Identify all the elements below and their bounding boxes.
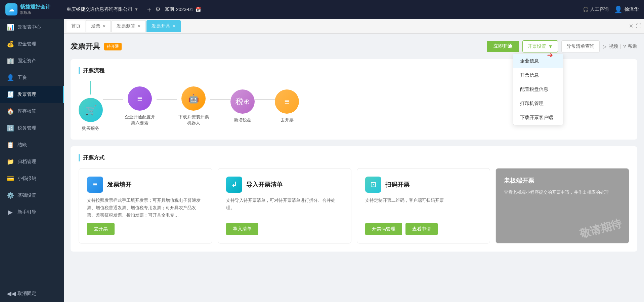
new-guide-icon: ▶	[7, 209, 14, 216]
method-card-manual-fill: ≡ 发票填开 支持按照发票样式手工填开发票；可开具增值税电子普通发票、增值税普通…	[79, 168, 212, 243]
tab-home-label: 首页	[71, 23, 81, 29]
sidebar-item-fund-mgmt[interactable]: 💰 资金管理	[0, 36, 64, 52]
connector-2	[157, 99, 177, 100]
user-name: 徐泽华	[625, 6, 639, 12]
company-selector[interactable]: 重庆畅捷交通信息咨询有限公司 ▼	[63, 4, 142, 14]
sidebar-item-archive[interactable]: 📁 归档管理	[0, 153, 64, 170]
download-robot-icon: 🤖	[181, 86, 206, 111]
tax-icon: 🔢	[7, 124, 14, 132]
connector-3	[210, 99, 230, 100]
period-text: 账期	[165, 6, 174, 12]
tab-bar: 首页 发票 ✕ 发票测算 ✕ 发票开具 ✕ ✕ ⛶	[64, 19, 644, 34]
period-value: 2023-01	[176, 7, 193, 12]
app-name: 畅捷通好会计	[20, 4, 50, 10]
sidebar-item-accounting[interactable]: 📋 结账	[0, 137, 64, 153]
fixed-assets-icon: 🏢	[7, 57, 14, 65]
settings-dropdown: ➜ 企业信息 开票信息 配置税盘信息 打印机管理 下载开票客户端	[513, 54, 563, 125]
tab-invoice-label: 发票	[91, 23, 100, 29]
buy-service-label: 购买服务	[82, 125, 99, 131]
download-robot-label: 下载并安装开票机器人	[177, 114, 210, 126]
sidebar-item-cloud-report[interactable]: 📊 云报表中心	[0, 19, 64, 36]
scan-invoice-desc: 支持定制开票二维码，客户端可扫码开票	[365, 197, 482, 204]
go-invoice-icon: ≡	[275, 89, 299, 114]
sidebar-item-new-guide[interactable]: ▶ 新手引导	[0, 204, 64, 221]
help-icon[interactable]: ?	[623, 44, 626, 49]
connector-1	[103, 99, 123, 100]
scan-invoice-title: 扫码开票	[385, 181, 410, 189]
sidebar-item-fixed-assets[interactable]: 🏢 固定资产	[0, 52, 64, 69]
flow-step-buy-service: 🛒 购买服务	[79, 81, 103, 131]
manual-fill-desc: 支持按照发票样式手工填开发票；可开具增值税电子普通发票、增值税普通发票、增值税专…	[87, 197, 204, 219]
dropdown-item-tax-config[interactable]: 配置税盘信息	[513, 82, 563, 97]
close-invoice-calc-tab-icon[interactable]: ✕	[137, 24, 141, 29]
anomaly-button[interactable]: 异常清单查询	[561, 40, 600, 52]
method-card-scan-invoice: ⊡ 扫码开票 支持定制开票二维码，客户端可扫码开票 开票码管理 查看申请	[357, 168, 490, 243]
tab-invoice[interactable]: 发票 ✕	[86, 20, 111, 32]
config-enterprise-icon: ≡	[128, 86, 152, 111]
watermark: 敬请期待	[578, 216, 623, 242]
tab-invoice-issue-label: 发票开具	[152, 23, 170, 29]
support-label: 人工咨询	[590, 6, 609, 12]
add-tax-disk-icon: 税⊕	[230, 89, 255, 114]
tab-invoice-calc-label: 发票测算	[117, 23, 135, 29]
invoice-code-mgmt-button[interactable]: 开票码管理	[365, 223, 402, 235]
accounting-icon: 📋	[7, 141, 14, 149]
archive-icon: 📁	[7, 158, 14, 165]
close-invoice-tab-icon[interactable]: ✕	[102, 24, 106, 29]
play-icon[interactable]: ▷	[603, 44, 607, 49]
status-badge: 待开通	[104, 43, 122, 50]
user-info[interactable]: 👤 徐泽华	[614, 5, 639, 13]
view-application-button[interactable]: 查看申请	[405, 223, 438, 235]
sidebar-item-inventory[interactable]: 🏠 库存核算	[0, 103, 64, 120]
dropdown-item-printer-mgmt[interactable]: 打印机管理	[513, 97, 563, 111]
sidebar-item-basic-settings[interactable]: ⚙️ 基础设置	[0, 187, 64, 204]
method-card-import-list: ↲ 导入开票清单 支持导入待开票清单，可对待开票清单进行拆分、合并处理。 导入清…	[218, 168, 351, 243]
calendar-icon[interactable]: 📅	[195, 7, 201, 12]
xiao-bao-icon: 💳	[7, 175, 14, 182]
method-card-boss-invoice: 老板端开票 查看老板端小程序提交的开票申请，并作出相应的处理 敬请期待	[496, 168, 629, 243]
close-window-icon[interactable]: ✕	[629, 23, 633, 29]
tab-invoice-calc[interactable]: 发票测算 ✕	[112, 20, 146, 32]
tab-invoice-issue[interactable]: 发票开具 ✕	[146, 20, 181, 32]
flow-step-config-enterprise: ≡ 企业开通配置开票六要素	[123, 86, 157, 126]
import-list-desc: 支持导入待开票清单，可对待开票清单进行拆分、合并处理。	[226, 197, 343, 212]
manual-fill-title: 发票填开	[107, 181, 131, 189]
sidebar-item-xiao-bao[interactable]: 💳 小畅报销	[0, 170, 64, 187]
config-enterprise-label: 企业开通配置开票六要素	[123, 114, 157, 126]
logo-area: ☁ 畅捷通好会计 旗舰版	[5, 3, 59, 15]
methods-section-title: 开票方式	[79, 154, 629, 161]
sidebar-item-payroll[interactable]: 👤 工资	[0, 69, 64, 86]
page-actions: 立即开通 开票设置 ▼ 异常清单查询 ▷ 视频 | ? 帮助	[487, 40, 637, 52]
headset-icon: 🎧	[583, 7, 589, 12]
import-list-icon: ↲	[226, 177, 242, 193]
buy-service-icon: 🛒	[79, 98, 103, 122]
sidebar-item-invoice-mgmt[interactable]: 🧾 发票管理	[0, 86, 64, 103]
activate-button[interactable]: 立即开通	[487, 41, 519, 52]
dropdown-item-invoice-info[interactable]: 开票信息	[513, 68, 563, 82]
import-list-title: 导入开票清单	[246, 181, 283, 189]
settings-button-label: 开票设置	[527, 43, 546, 49]
close-invoice-issue-tab-icon[interactable]: ✕	[172, 24, 176, 29]
tab-home[interactable]: 首页	[67, 21, 85, 32]
maximize-icon[interactable]: ⛶	[636, 23, 641, 29]
settings-icon[interactable]: ⚙	[155, 6, 161, 13]
support-link[interactable]: 🎧 人工咨询	[583, 6, 609, 12]
dropdown-item-company-info[interactable]: 企业信息	[513, 54, 563, 68]
fund-icon: 💰	[7, 40, 14, 48]
manual-fill-button[interactable]: 去开票	[87, 223, 115, 235]
period-label: 账期 2023-01 📅	[165, 6, 201, 12]
dropdown-item-download-client[interactable]: 下载开票客户端	[513, 111, 563, 125]
sidebar-item-tax-mgmt[interactable]: 🔢 税务管理	[0, 120, 64, 137]
chevron-down-icon: ▼	[134, 7, 138, 12]
go-invoice-label: 去开票	[281, 117, 294, 123]
basic-settings-icon: ⚙️	[7, 192, 14, 199]
import-list-button[interactable]: 导入清单	[226, 223, 258, 235]
flow-step-go-invoice: ≡ 去开票	[275, 89, 299, 123]
add-tax-disk-label: 新增税盘	[234, 117, 251, 123]
sidebar-item-cancel-fixed[interactable]: ◀◀ 取消固定	[0, 285, 64, 302]
flow-step-download-robot: 🤖 下载并安装开票机器人	[177, 86, 210, 126]
video-help: ▷ 视频 | ? 帮助	[603, 43, 637, 49]
add-icon[interactable]: ＋	[146, 5, 153, 14]
logo-icon: ☁	[5, 3, 17, 15]
page-header: 发票开具 待开通 立即开通 开票设置 ▼ 异常清单查询 ▷ 视频	[71, 40, 637, 52]
